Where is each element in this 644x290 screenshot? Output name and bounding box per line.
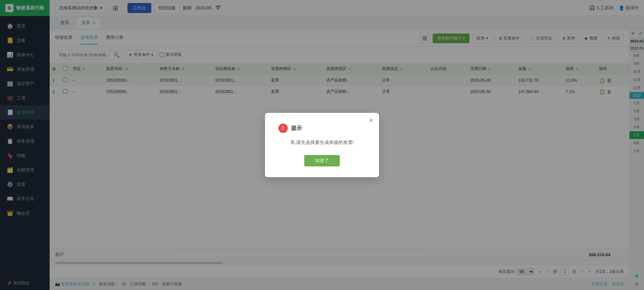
modal-footer: 知道了 — [278, 155, 366, 166]
modal-title-row: ! 提示 — [278, 124, 366, 133]
confirm-button[interactable]: 知道了 — [304, 155, 340, 166]
modal-overlay: ✕ ! 提示 亲,请先选择要生成单据的发票! 知道了 — [0, 0, 644, 290]
modal-dialog: ✕ ! 提示 亲,请先选择要生成单据的发票! 知道了 — [265, 113, 379, 177]
modal-title: 提示 — [291, 125, 302, 132]
modal-close-button[interactable]: ✕ — [369, 117, 374, 124]
warning-icon: ! — [278, 124, 288, 133]
modal-message: 亲,请先选择要生成单据的发票! — [278, 140, 366, 146]
